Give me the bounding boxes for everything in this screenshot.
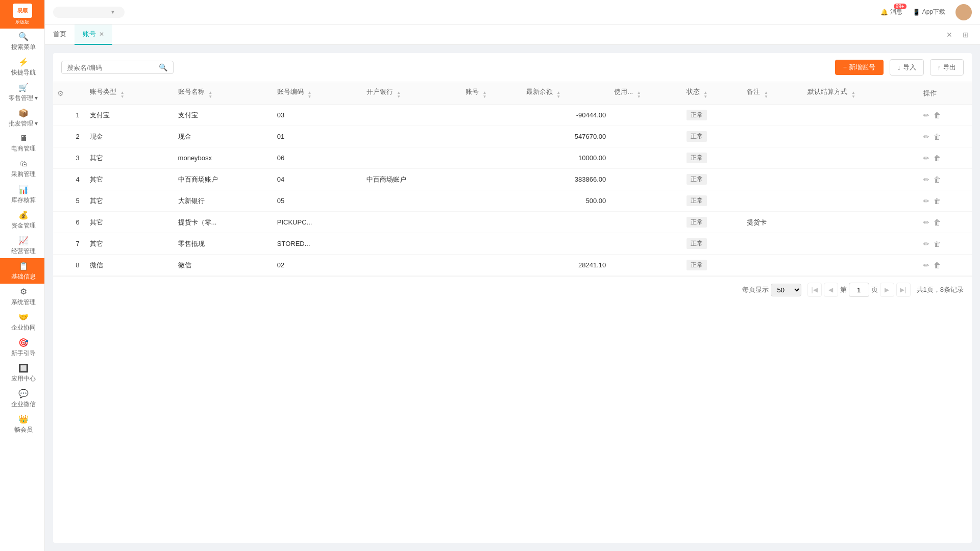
main-area: ▼ 🔔 消息 99+ 📱 App下载 首页 账号 ✕ ✕ ⊞ — [45, 0, 980, 551]
row-remark-2 — [743, 147, 803, 169]
prev-page-button[interactable]: ◀ — [824, 283, 838, 297]
row-action-6: ✏ 🗑 — [919, 233, 972, 255]
delete-button-6[interactable]: 🗑 — [934, 240, 941, 248]
row-name-6: 零售抵现 — [174, 233, 273, 255]
mobile-icon: 📱 — [913, 9, 920, 16]
delete-button-1[interactable]: 🗑 — [934, 133, 941, 141]
sort-balance[interactable]: ▲▼ — [556, 91, 560, 99]
app-download-button[interactable]: 📱 App下载 — [913, 8, 945, 16]
edit-button-3[interactable]: ✏ — [923, 176, 929, 184]
add-account-button[interactable]: + 新增账号 — [835, 60, 884, 75]
sort-settlement[interactable]: ▲▼ — [851, 91, 855, 99]
sidebar-item-11[interactable]: 🤝企业协同 — [0, 309, 44, 335]
row-num-7: 8 — [69, 255, 86, 276]
delete-button-3[interactable]: 🗑 — [934, 176, 941, 184]
row-num-3: 4 — [69, 169, 86, 190]
search-dropdown-arrow[interactable]: ▼ — [110, 9, 115, 15]
sort-bank[interactable]: ▲▼ — [397, 91, 401, 99]
top-search-bar[interactable]: ▼ — [53, 7, 125, 18]
sidebar-item-14[interactable]: 💬企业微信 — [0, 386, 44, 411]
toolbar-right: + 新增账号 ↓ 导入 ↑ 导出 — [835, 59, 964, 76]
sidebar-label-4: 电商管理 — [11, 144, 36, 153]
sidebar-icon-7: 💰 — [18, 210, 29, 220]
sidebar-item-8[interactable]: 📈经营管理 — [0, 233, 44, 258]
tab-home[interactable]: 首页 — [45, 24, 75, 45]
row-action-0: ✏ 🗑 — [919, 105, 972, 126]
notification-button[interactable]: 🔔 消息 99+ — [880, 8, 902, 16]
sort-remark[interactable]: ▲▼ — [764, 91, 768, 99]
sort-name[interactable]: ▲▼ — [208, 91, 212, 99]
row-action-2: ✏ 🗑 — [919, 147, 972, 169]
sidebar-item-2[interactable]: 🛒零售管理 ▾ — [0, 80, 44, 105]
first-page-button[interactable]: |◀ — [807, 283, 822, 297]
export-button[interactable]: ↑ 导出 — [930, 59, 964, 76]
table-settings-icon[interactable]: ⚙ — [57, 89, 64, 97]
search-input[interactable] — [67, 64, 159, 71]
sidebar-item-7[interactable]: 💰资金管理 — [0, 207, 44, 233]
tab-close-button[interactable]: ✕ — [99, 31, 104, 38]
edit-button-0[interactable]: ✏ — [923, 111, 929, 119]
table-row: 2 现金 现金 01 547670.00 正常 ✏ 🗑 — [53, 126, 972, 147]
sidebar-item-13[interactable]: 🔲应用中心 — [0, 360, 44, 386]
sidebar-icon-10: ⚙ — [20, 287, 27, 296]
edit-button-7[interactable]: ✏ — [923, 261, 929, 269]
col-name: 账号名称 ▲▼ — [174, 82, 273, 105]
delete-button-7[interactable]: 🗑 — [934, 261, 941, 269]
delete-button-2[interactable]: 🗑 — [934, 154, 941, 162]
delete-button-0[interactable]: 🗑 — [934, 111, 941, 119]
row-name-3: 中百商场账户 — [174, 169, 273, 190]
delete-button-4[interactable]: 🗑 — [934, 197, 941, 205]
tab-close-all-button[interactable]: ✕ — [943, 29, 955, 41]
edit-button-1[interactable]: ✏ — [923, 133, 929, 141]
row-remark-0 — [743, 105, 803, 126]
sidebar-item-5[interactable]: 🛍采购管理 — [0, 156, 44, 182]
sidebar-item-12[interactable]: 🎯新手引导 — [0, 335, 44, 360]
sidebar-item-3[interactable]: 📦批发管理 ▾ — [0, 105, 44, 131]
page-toolbar: 🔍 + 新增账号 ↓ 导入 ↑ 导出 — [53, 53, 972, 82]
import-button[interactable]: ↓ 导入 — [890, 59, 924, 76]
sidebar-item-1[interactable]: ⚡快捷导航 — [0, 54, 44, 80]
pagination-controls: |◀ ◀ 第 页 ▶ ▶| — [807, 283, 911, 297]
edit-button-4[interactable]: ✏ — [923, 197, 929, 205]
row-account-6 — [461, 233, 522, 255]
sort-status[interactable]: ▲▼ — [703, 91, 707, 99]
sort-code[interactable]: ▲▼ — [307, 91, 311, 99]
page-number-input[interactable] — [849, 283, 869, 297]
row-type-1: 现金 — [86, 126, 174, 147]
tab-bar: 首页 账号 ✕ ✕ ⊞ — [45, 24, 980, 45]
sidebar-item-4[interactable]: 🖥电商管理 — [0, 131, 44, 156]
top-search-input[interactable] — [59, 9, 110, 16]
sort-account[interactable]: ▲▼ — [482, 91, 486, 99]
sidebar-item-15[interactable]: 👑畅会员 — [0, 411, 44, 437]
edit-button-6[interactable]: ✏ — [923, 240, 929, 248]
edit-button-2[interactable]: ✏ — [923, 154, 929, 162]
sidebar-label-2: 零售管理 ▾ — [9, 94, 38, 103]
search-input-wrap[interactable]: 🔍 — [61, 61, 174, 74]
tab-account[interactable]: 账号 ✕ — [75, 24, 112, 45]
delete-button-5[interactable]: 🗑 — [934, 218, 941, 227]
tab-controls: ✕ ⊞ — [943, 29, 980, 41]
col-code: 账号编码 ▲▼ — [273, 82, 362, 105]
row-name-1: 现金 — [174, 126, 273, 147]
sidebar-icon-6: 📊 — [18, 185, 29, 194]
user-avatar[interactable] — [955, 4, 972, 20]
sidebar-item-0[interactable]: 🔍搜索菜单 — [0, 29, 44, 54]
search-button[interactable]: 🔍 — [159, 63, 167, 71]
table-header-row: ⚙ 账号类型 ▲▼ 账号名称 ▲▼ 账号编码 ▲▼ — [53, 82, 972, 105]
row-settlement-5 — [803, 212, 919, 233]
sort-type[interactable]: ▲▼ — [120, 91, 125, 99]
last-page-button[interactable]: ▶| — [896, 283, 911, 297]
col-settings: ⚙ — [53, 82, 69, 105]
edit-button-5[interactable]: ✏ — [923, 218, 929, 227]
sidebar-item-10[interactable]: ⚙系统管理 — [0, 284, 44, 309]
per-page-dropdown[interactable]: 50 20 100 — [771, 284, 801, 296]
sidebar-icon-11: 🤝 — [18, 312, 29, 322]
row-bank-7 — [362, 255, 461, 276]
sidebar-item-9[interactable]: 📋基础信息 — [0, 258, 44, 284]
sidebar-item-6[interactable]: 📊库存核算 — [0, 182, 44, 207]
export-icon: ↑ — [938, 64, 941, 71]
tab-expand-button[interactable]: ⊞ — [960, 29, 972, 41]
next-page-button[interactable]: ▶ — [880, 283, 894, 297]
sort-usage[interactable]: ▲▼ — [637, 91, 641, 99]
row-num-1: 2 — [69, 126, 86, 147]
